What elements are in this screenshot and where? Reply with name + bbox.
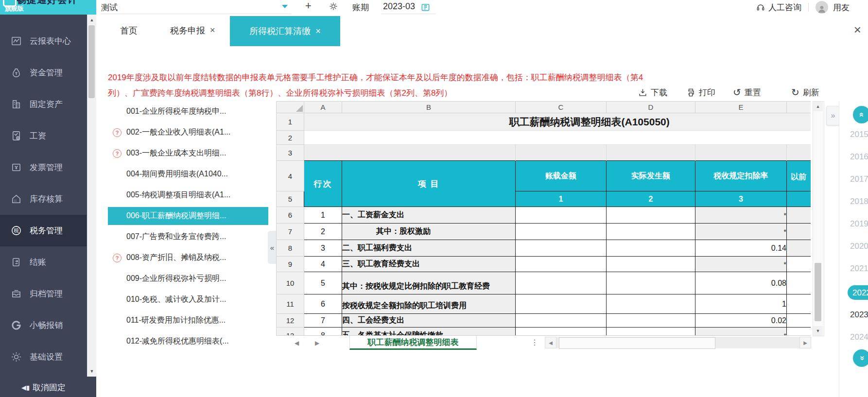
cell-prior[interactable] [787,294,811,314]
sheet-cell[interactable] [304,113,342,131]
row-header[interactable]: 8 [277,240,304,257]
header-item[interactable]: 项 目 [342,161,516,207]
cell-book-amount[interactable] [516,328,607,336]
settings-gear-icon[interactable] [329,1,338,13]
sidebar-scroll-thumb[interactable] [88,25,95,98]
more-sheets-icon[interactable]: ⋮ [531,338,538,347]
sheet-title-cell[interactable]: 职工薪酬纳税调整明细表(A105050) [342,113,811,131]
report-item-002[interactable]: ?002-一般企业收入明细表(A1... [96,122,276,143]
row-header[interactable]: 10 [277,272,304,294]
vscroll-up-icon[interactable]: ▲ [813,102,823,111]
sheet-prev-icon[interactable]: ◀ [295,340,299,346]
tab-home[interactable]: 首页 [120,15,138,46]
cell-book-amount[interactable] [516,257,607,272]
vscroll-thumb[interactable] [815,263,821,321]
row-header[interactable]: 13 [277,328,304,336]
sheet-next-icon[interactable]: ▶ [315,340,319,346]
report-item-007[interactable]: ?007-广告费和业务宣传费跨... [96,226,276,247]
sheet-cell[interactable] [304,145,516,161]
print-button[interactable]: 打印 [686,86,715,99]
header-col-3[interactable]: 3 [695,191,787,207]
row-header[interactable]: 12 [277,314,304,328]
sidebar-item-tax[interactable]: 税 税务管理 [0,215,87,246]
row-header[interactable]: 3 [277,145,304,161]
cell-book-amount[interactable] [516,294,607,314]
year-item-2023[interactable]: 2023年 [850,309,868,321]
row-header[interactable]: 1 [277,113,304,131]
column-header-c[interactable]: C [516,102,607,113]
sidebar-item-invoices[interactable]: 发票管理 [0,152,87,183]
download-button[interactable]: 下载 [638,86,667,99]
sidebar-item-settings[interactable]: 基础设置 [0,341,87,373]
cell-item[interactable]: 三、职工教育经费支出 [342,257,516,272]
report-item-008[interactable]: ?008-资产折旧、摊销及纳税... [96,247,276,268]
cell-deduction-rate[interactable]: 0.08 [695,272,787,294]
help-icon[interactable]: ? [113,254,122,262]
cell-item[interactable]: 二、职工福利费支出 [342,240,516,257]
collapse-panel-handle[interactable]: « [268,231,277,264]
report-item-004[interactable]: ?004-期间费用明细表(A1040... [96,164,276,185]
user-menu[interactable]: 用友 [816,1,850,14]
cell-actual-amount[interactable] [607,328,695,336]
sidebar-item-archive[interactable]: 归档管理 [0,278,87,310]
company-select[interactable]: 测试 [101,2,118,13]
cell-prior[interactable] [787,257,811,272]
hscroll-left-icon[interactable]: ◀ [545,337,556,348]
tab-settlement-active[interactable]: 所得税汇算清缴 × [230,16,340,46]
cell-item[interactable]: 四、工会经费支出 [342,314,516,328]
sidebar-scroll-up-icon[interactable]: ▲ [87,16,96,24]
cell-item[interactable]: 其中：股权激励 [342,224,516,240]
sheet-vscrollbar[interactable]: ▲ ▼ [813,101,824,336]
period-value[interactable]: 2023-03 [383,1,415,12]
cell-item[interactable]: 一、工资薪金支出 [342,207,516,224]
chevron-down-icon[interactable] [282,5,288,8]
row-header[interactable]: 5 [277,191,304,207]
header-deduction-rate[interactable]: 税收规定扣除率 [695,161,787,191]
sidebar-item-inventory[interactable]: 库存核算 [0,183,87,215]
column-header-d[interactable]: D [607,102,695,113]
row-header[interactable]: 6 [277,207,304,224]
cell-deduction-rate[interactable]: 0.14 [695,240,787,257]
tab-tax-filing[interactable]: 税务申报 × [170,15,215,46]
calendar-icon[interactable] [421,2,430,14]
report-item-012[interactable]: ?012-减免所得税优惠明细表(... [96,331,276,352]
expand-panel-button[interactable]: » [826,106,840,125]
header-prior-year[interactable]: 以前 [787,161,811,191]
year-item-2015[interactable]: 2015年 [850,129,868,140]
refresh-button[interactable]: ↻ 刷新 [791,86,819,99]
year-item-2021[interactable]: 2021年 [850,263,868,275]
year-item-2020[interactable]: 2020年 [850,241,868,252]
sidebar-scrollbar[interactable]: ▲ ▼ [87,15,96,377]
sheet-cell[interactable] [516,145,607,161]
help-icon[interactable]: ? [113,149,122,158]
sheet-tab-active[interactable]: 职工薪酬纳税调整明细表 [349,336,477,350]
sheet-cell[interactable] [695,145,787,161]
cell-actual-amount[interactable] [607,272,695,294]
reset-button[interactable]: ↺ 重置 [733,86,761,99]
vscroll-down-icon[interactable]: ▼ [813,326,823,336]
cell-prior[interactable] [787,272,811,294]
row-header[interactable]: 7 [277,224,304,240]
close-page-icon[interactable]: × [854,22,861,37]
cell-deduction-rate[interactable]: * [695,328,787,336]
header-col-2[interactable]: 2 [607,191,695,207]
close-tab-icon[interactable]: × [210,25,215,35]
unpin-sidebar-button[interactable]: ◀▮ 取消固定 [0,378,87,397]
cell-line-no[interactable]: 4 [304,257,342,272]
help-icon[interactable]: ? [113,128,122,137]
header-col-1[interactable]: 1 [516,191,607,207]
close-tab-icon[interactable]: × [315,26,321,36]
hscroll-thumb[interactable] [559,337,715,349]
row-header[interactable]: 2 [277,131,304,145]
scroll-years-down-button[interactable]: « [853,349,868,367]
column-header-b[interactable]: B [342,102,516,113]
row-header[interactable]: 11 [277,294,304,314]
cell-prior[interactable] [787,240,811,257]
cell-book-amount[interactable] [516,272,607,294]
report-item-006-selected[interactable]: ?006-职工薪酬纳税调整明细... [96,206,276,226]
sidebar-scroll-down-icon[interactable]: ▼ [87,367,96,376]
sidebar-item-closing[interactable]: 结账 [0,246,87,278]
sidebar-item-salary[interactable]: 工资 [0,120,87,152]
cell-book-amount[interactable] [516,207,607,224]
report-item-003[interactable]: ?003-一般企业成本支出明细... [96,143,276,164]
